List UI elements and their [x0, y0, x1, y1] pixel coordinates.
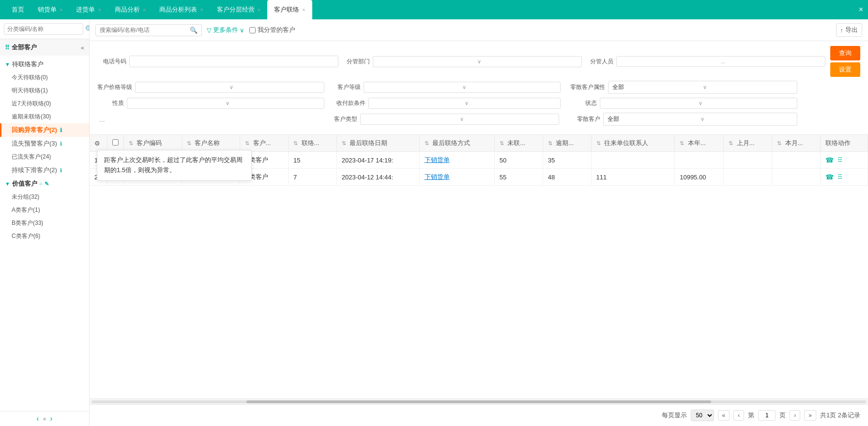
row1-action: ☎ ⠿	[820, 152, 868, 169]
col-this-month[interactable]: ⇅ 本月...	[772, 135, 821, 152]
dept-select[interactable]: ∨	[373, 56, 582, 67]
row1-contact: 15	[288, 152, 336, 169]
col-contact2[interactable]: ⇅ 往来单位联系人	[591, 135, 675, 152]
sidebar-item-7days[interactable]: 近7天待联络(0)	[0, 97, 89, 110]
col-last-month[interactable]: ⇅ 上月...	[724, 135, 772, 152]
info-icon: ℹ	[60, 127, 62, 133]
close-icon[interactable]: ×	[98, 7, 101, 13]
sort-icon6: ⇅	[425, 140, 429, 146]
sidebar-item-repurchase-abnormal[interactable]: 回购异常客户(2) ℹ	[0, 123, 89, 137]
status-select[interactable]: ∨	[600, 98, 797, 109]
sidebar-item-classC[interactable]: C类客户(6)	[0, 230, 89, 243]
close-icon[interactable]: ×	[258, 7, 260, 13]
sidebar-item-declining[interactable]: 持续下滑客户(2) ℹ	[0, 163, 89, 177]
close-icon[interactable]: ×	[60, 7, 62, 13]
close-icon[interactable]: ×	[302, 7, 305, 13]
select-all-checkbox[interactable]	[112, 139, 119, 146]
close-all-tabs[interactable]: ×	[859, 5, 863, 14]
col-contact[interactable]: ⇅ 联络...	[288, 135, 336, 152]
filter-manager: 分管人员 ...	[587, 56, 825, 67]
settings-button[interactable]: 设置	[830, 62, 860, 77]
more-conditions-btn[interactable]: ▽ 更多条件 ∨	[207, 26, 244, 34]
filter-price-level: 客户价格等级 ∨	[97, 82, 324, 93]
nav-product-analysis-list[interactable]: 商品分析列表 ×	[152, 0, 210, 19]
per-page-select[interactable]: 50	[691, 410, 714, 421]
customer-level-select[interactable]: ∨	[364, 82, 561, 93]
customer-type-select[interactable]: ∨	[360, 114, 559, 125]
row1-more-icon[interactable]: ⠿	[838, 156, 842, 164]
col-settings[interactable]: ⚙	[90, 135, 107, 152]
last-page-btn[interactable]: »	[804, 410, 816, 421]
scrollbar-thumb[interactable]	[246, 400, 711, 403]
sidebar-group-value-header[interactable]: ▼ 价值客户 ○ ✎	[0, 177, 89, 191]
close-icon[interactable]: ×	[143, 7, 146, 13]
col-not-contact[interactable]: ⇅ 未联...	[494, 135, 543, 152]
filter-icon: ▽	[207, 27, 212, 34]
nav-product-analysis[interactable]: 商品分析 ×	[108, 0, 152, 19]
sidebar-bottom-right-icon[interactable]: ›	[50, 414, 52, 423]
col-name[interactable]: ⇅ 客户名称	[182, 135, 240, 152]
scrollbar-track	[91, 400, 866, 403]
sidebar-group-pending: ▼ 待联络客户 今天待联络(0) 明天待联络(1) 近7天待联络(0) 逾期未联…	[0, 58, 89, 123]
retail-attr-select[interactable]: 全部 ∨	[608, 81, 797, 94]
edit-icon[interactable]: ○	[39, 181, 43, 187]
filter-customer-type: 客户类型 ∨	[331, 114, 559, 125]
filter-dept: 分管部门 ∨	[343, 56, 582, 67]
row2-contact: 7	[288, 169, 336, 186]
chevron-down-icon6: ∨	[703, 84, 793, 90]
more-dots[interactable]: ...	[99, 116, 105, 123]
phone-input[interactable]	[129, 56, 338, 67]
row2-more-icon[interactable]: ⠿	[838, 173, 842, 181]
grid-icon: ⠿	[5, 44, 10, 51]
col-type[interactable]: ⇅ 客户...	[240, 135, 289, 152]
col-code[interactable]: ⇅ 客户编码	[123, 135, 182, 152]
row2-last-method[interactable]: 下销货单	[419, 169, 494, 186]
row1-last-method[interactable]: 下销货单	[419, 152, 494, 169]
row1-this-year	[675, 152, 724, 169]
nav-customer-contact[interactable]: 客户联络 ×	[267, 0, 312, 19]
sidebar-search-input[interactable]	[4, 23, 83, 35]
nav-customer-tier[interactable]: 客户分层经营 ×	[210, 0, 267, 19]
sidebar-item-overdue[interactable]: 逾期未联络(30)	[0, 110, 89, 123]
sidebar-bottom-left-icon[interactable]: ‹	[36, 414, 39, 423]
col-this-year[interactable]: ⇅ 本年...	[675, 135, 724, 152]
sidebar-all-customers-header: ⠿ 全部客户 «	[0, 39, 89, 56]
sidebar-item-churn-warning[interactable]: 流失预警客户(3) ℹ	[0, 137, 89, 150]
sidebar-item-churned[interactable]: 已流失客户(24)	[0, 150, 89, 163]
retail-customer-select[interactable]: 全部 ∨	[603, 113, 797, 126]
row1-call-icon[interactable]: ☎	[825, 156, 834, 164]
my-customers-checkbox[interactable]	[249, 27, 256, 33]
sidebar-group-pending-header[interactable]: ▼ 待联络客户	[0, 58, 89, 71]
filter-search-input[interactable]	[100, 27, 190, 33]
filter-search-icon[interactable]: 🔍	[190, 27, 198, 34]
close-icon[interactable]: ×	[200, 7, 203, 13]
query-button[interactable]: 查询	[830, 46, 860, 60]
sidebar-item-today[interactable]: 今天待联络(0)	[0, 71, 89, 84]
settings-icon[interactable]: ✎	[45, 181, 49, 187]
nav-purchase-order[interactable]: 进货单 ×	[69, 0, 107, 19]
prev-page-btn[interactable]: ‹	[733, 410, 744, 421]
row2-call-icon[interactable]: ☎	[825, 173, 834, 181]
nav-home[interactable]: 首页	[5, 0, 31, 19]
nature-select[interactable]: ∨	[127, 98, 324, 109]
payment-select[interactable]: ∨	[368, 98, 561, 109]
sidebar-item-ungroup[interactable]: 未分组(32)	[0, 191, 89, 204]
export-button[interactable]: ↑ 导出	[836, 23, 863, 37]
sidebar-item-tomorrow[interactable]: 明天待联络(1)	[0, 84, 89, 97]
row2-contact2: 111	[591, 169, 675, 186]
sidebar-item-classA[interactable]: A类客户(1)	[0, 204, 89, 217]
sort-icon8: ⇅	[548, 140, 552, 146]
col-last-date[interactable]: ⇅ 最后联络日期	[336, 135, 419, 152]
page-number-input[interactable]	[758, 410, 776, 421]
col-overdue[interactable]: ⇅ 逾期...	[543, 135, 591, 152]
next-page-btn[interactable]: ›	[790, 410, 800, 421]
first-page-btn[interactable]: «	[718, 410, 730, 421]
sidebar-item-classB[interactable]: B类客户(33)	[0, 217, 89, 230]
filter-nature: 性质 ∨	[97, 98, 324, 109]
price-level-select[interactable]: ∨	[135, 82, 324, 93]
nav-sales-order[interactable]: 销货单 ×	[31, 0, 69, 19]
col-last-method[interactable]: ⇅ 最后联络方式	[419, 135, 494, 152]
sidebar-collapse-icon[interactable]: «	[81, 44, 84, 51]
horizontal-scrollbar[interactable]	[90, 398, 868, 404]
manager-select[interactable]: ...	[616, 56, 825, 67]
